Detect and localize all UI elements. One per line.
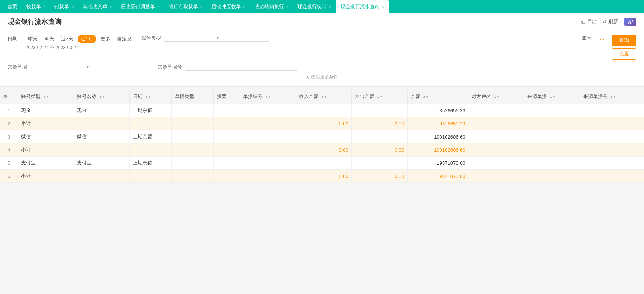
source-doc-no-label: 来源单据号 [158, 64, 182, 70]
table-cell: 上期余额 [129, 157, 171, 170]
table-cell [240, 104, 296, 117]
close-icon-6[interactable]: × [286, 0, 288, 13]
table-cell [296, 104, 352, 117]
table-row: 6小计0.000.0019871073.60 [0, 170, 644, 183]
col-summary: 摘要 [214, 90, 240, 104]
table-cell: 现金 [18, 104, 74, 117]
date-opt-7days[interactable]: 近7天 [59, 35, 75, 43]
settings-button[interactable]: 设置 [612, 48, 636, 60]
nav-item-7[interactable]: 现金银行统计 × [293, 0, 336, 13]
col-account-type[interactable]: 账号类型 ▲▼ [18, 90, 74, 104]
table-cell [580, 170, 644, 183]
table-cell [74, 143, 130, 157]
table-cell [240, 157, 296, 170]
table-cell [129, 170, 171, 183]
date-opt-custom[interactable]: 自定义 [115, 35, 134, 43]
sort-icon-source-doc: ▲▼ [549, 96, 555, 98]
table-cell: 6 [0, 170, 18, 183]
table-cell: 微信 [18, 130, 74, 143]
close-icon-8[interactable]: × [382, 0, 384, 13]
table-cell: 上期余额 [129, 130, 171, 143]
table-cell [240, 143, 296, 157]
date-options: 昨天 今天 近7天 近1月 更多 自定义 [26, 35, 134, 43]
sort-icon-source-doc-no: ▲▼ [610, 96, 616, 98]
collapse-bar[interactable]: ∧ 收起更多条件 [8, 72, 636, 82]
col-counterpart[interactable]: 对方户名 ▲▼ [468, 90, 524, 104]
close-icon-4[interactable]: × [200, 0, 203, 13]
date-opt-yesterday[interactable]: 昨天 [26, 35, 40, 43]
table-cell [214, 143, 240, 157]
nav-item-1[interactable]: 付款单 × [50, 0, 78, 13]
table-cell [214, 130, 240, 143]
table-cell: 支付宝 [74, 157, 130, 170]
col-account-name[interactable]: 账号名称 ▲▼ [74, 90, 130, 104]
account-label: 账号 [582, 35, 597, 42]
table-cell [172, 117, 214, 130]
sort-icon-income: ▲▼ [321, 96, 327, 98]
date-filter-row: 日期 昨天 今天 近7天 近1月 更多 自定义 [8, 35, 134, 43]
table-cell [74, 170, 130, 183]
table-row: 4小计0.000.00100102606.60 [0, 143, 644, 157]
sort-icon-balance: ▲▼ [423, 96, 429, 98]
table-cell [240, 170, 296, 183]
nav-home[interactable]: 首页 [3, 0, 22, 13]
date-opt-1month[interactable]: 近1月 [78, 35, 96, 43]
nav-item-4[interactable]: 银行存取款单 × [164, 0, 207, 13]
refresh-button[interactable]: ↺ 刷新 [603, 18, 618, 25]
table-cell [580, 117, 644, 130]
col-source-doc[interactable]: 来源单据 ▲▼ [524, 90, 580, 104]
col-date[interactable]: 日期 ▲▼ [129, 90, 171, 104]
table-cell [296, 157, 352, 170]
table-cell [580, 157, 644, 170]
col-expense[interactable]: 支出金额 ▲▼ [351, 90, 407, 104]
table-body: 1现金现金上期余额-3528659.332小计0.000.00-3528659.… [0, 104, 644, 183]
table-cell: 100102606.60 [407, 130, 468, 143]
export-button[interactable]: ↑□ 导出 [580, 18, 597, 25]
nav-item-0[interactable]: 收款单 × [22, 0, 50, 13]
close-icon-0[interactable]: × [43, 0, 45, 13]
source-doc-select[interactable]: ▾ [30, 64, 143, 70]
table-cell [468, 104, 524, 117]
nav-item-2[interactable]: 其他收入单 × [78, 0, 116, 13]
close-icon-3[interactable]: × [157, 0, 159, 13]
col-doc-no[interactable]: 单据编号 ▲▼ [240, 90, 296, 104]
col-source-doc-no[interactable]: 来源单据号 ▲▼ [580, 90, 644, 104]
close-icon-2[interactable]: × [110, 0, 112, 13]
table-cell [524, 130, 580, 143]
table-cell: 0.00 [351, 117, 407, 130]
nav-item-5[interactable]: 预收冲应收单 × [207, 0, 250, 13]
table-cell: 小计 [18, 143, 74, 157]
table-cell [351, 104, 407, 117]
nav-item-6[interactable]: 收款核销执行 × [250, 0, 293, 13]
top-nav: 首页 收款单 × 付款单 × 其他收入单 × 应收应付调整单 × 银行存取款单 … [0, 0, 644, 13]
more-dots-button[interactable]: ... [600, 35, 604, 41]
table-cell [296, 130, 352, 143]
nav-item-8[interactable]: 现金银行流水查询 × [336, 0, 389, 13]
nav-item-3[interactable]: 应收应付调整单 × [116, 0, 164, 13]
date-opt-today[interactable]: 今天 [42, 35, 56, 43]
table-cell [172, 170, 214, 183]
table-cell [351, 157, 407, 170]
table-cell: -3528659.33 [407, 117, 468, 130]
ai-button[interactable]: Ai [624, 18, 636, 26]
close-icon-5[interactable]: × [243, 0, 245, 13]
col-balance[interactable]: 余额 ▲▼ [407, 90, 468, 104]
settings-icon[interactable]: ⚙ [3, 94, 8, 100]
table-cell: 4 [0, 143, 18, 157]
date-opt-more[interactable]: 更多 [98, 35, 113, 43]
close-icon-7[interactable]: × [329, 0, 331, 13]
table-cell [580, 130, 644, 143]
table-cell: 0.00 [351, 143, 407, 157]
table-cell [524, 104, 580, 117]
col-income[interactable]: 收入金额 ▲▼ [296, 90, 352, 104]
close-icon-1[interactable]: × [71, 0, 74, 13]
source-doc-no-input[interactable] [185, 63, 297, 71]
table-cell: 现金 [74, 104, 130, 117]
query-button[interactable]: 查询 [612, 35, 636, 46]
account-type-select[interactable]: ▾ [164, 35, 269, 42]
table-cell: 5 [0, 157, 18, 170]
table-cell [172, 157, 214, 170]
table-cell [240, 130, 296, 143]
col-gear[interactable]: ⚙ [0, 90, 18, 104]
table-cell [214, 170, 240, 183]
